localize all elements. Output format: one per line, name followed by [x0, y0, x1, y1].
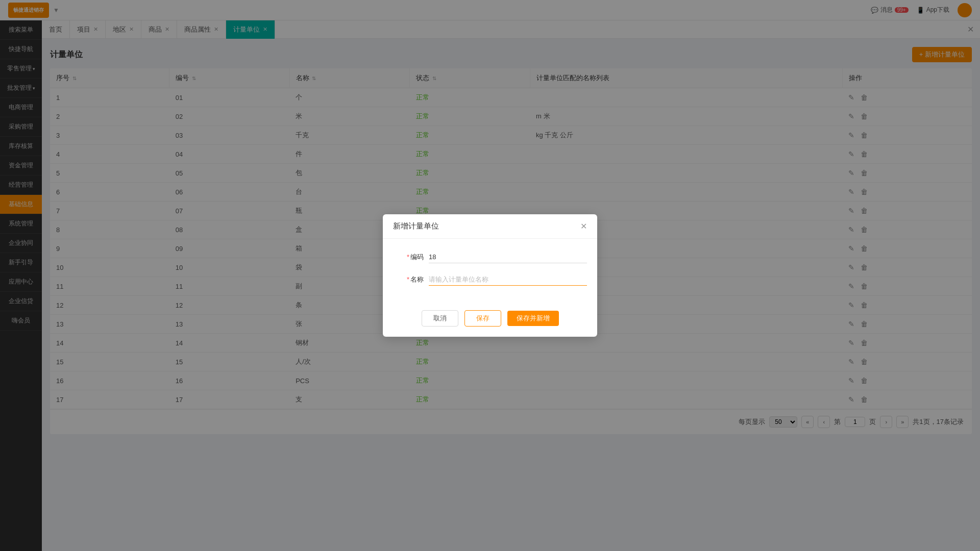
modal-dialog: 新增计量单位 ✕ *编码 *名称 取消 保存 保存并新增	[383, 214, 597, 337]
save-add-button[interactable]: 保存并新增	[507, 311, 559, 326]
code-input[interactable]	[429, 251, 587, 263]
cancel-button[interactable]: 取消	[422, 310, 458, 327]
modal-footer: 取消 保存 保存并新增	[383, 304, 597, 337]
modal-header: 新增计量单位 ✕	[383, 214, 597, 239]
modal-title: 新增计量单位	[393, 221, 439, 231]
modal-body: *编码 *名称	[383, 239, 597, 304]
name-input[interactable]	[429, 273, 587, 286]
form-code-row: *编码	[393, 251, 587, 263]
save-button[interactable]: 保存	[464, 310, 501, 327]
code-label: *编码	[393, 253, 424, 262]
modal-close-btn[interactable]: ✕	[580, 221, 587, 231]
modal-overlay[interactable]: 新增计量单位 ✕ *编码 *名称 取消 保存 保存并新增	[0, 0, 980, 551]
form-name-row: *名称	[393, 273, 587, 286]
name-label: *名称	[393, 275, 424, 284]
